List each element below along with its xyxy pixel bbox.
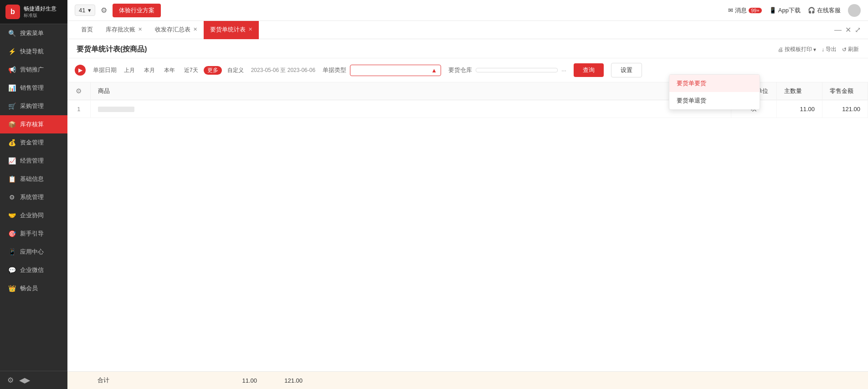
tab-batch-label: 库存批次账 <box>106 26 135 34</box>
sidebar-icon-purchase: 🛒 <box>7 102 16 110</box>
col-qty-header: 主数量 <box>777 82 822 100</box>
sidebar-item-appstore[interactable]: 📱应用中心 <box>0 243 67 261</box>
query-button[interactable]: 查询 <box>574 63 604 77</box>
type-select[interactable]: ▲ <box>350 65 441 76</box>
date-label: 单据日期 <box>93 66 117 74</box>
sidebar-item-inventory[interactable]: 📦库存核算 <box>0 115 67 133</box>
account-number: 41 <box>79 7 85 14</box>
collapse-icon[interactable]: ◀▶ <box>19 376 30 384</box>
warehouse-more-icon[interactable]: ··· <box>561 67 566 74</box>
account-selector[interactable]: 41 ▾ <box>75 5 95 16</box>
sidebar-item-search[interactable]: 🔍搜索菜单 <box>0 24 67 42</box>
tab-minimize-button[interactable]: — <box>834 26 842 34</box>
gear-button[interactable]: ⚙ <box>101 6 107 15</box>
sidebar-item-finance[interactable]: 💰资金管理 <box>0 133 67 152</box>
sidebar-label-inventory: 库存核算 <box>20 120 44 128</box>
app-download-item[interactable]: 📱 App下载 <box>769 6 801 15</box>
sidebar-label-wechat: 企业微信 <box>20 266 44 274</box>
col-goods-header: 商品 <box>90 82 731 100</box>
tab-home[interactable]: 首页 <box>75 21 99 39</box>
this-month-option[interactable]: 本月 <box>140 66 159 75</box>
sidebar-item-sales[interactable]: 📊销售管理 <box>0 79 67 97</box>
settings-button[interactable]: 设置 <box>611 63 642 77</box>
sidebar-label-operation: 经营管理 <box>20 157 44 165</box>
tab-order-stat[interactable]: 要货单统计表 ✕ <box>204 21 259 39</box>
refresh-icon: ↺ <box>842 46 847 53</box>
tabs-bar: 首页 库存批次账 ✕ 收发存汇总表 ✕ 要货单统计表 ✕ — ✕ ⤢ <box>67 21 868 39</box>
industry-button[interactable]: 体验行业方案 <box>113 4 161 17</box>
type-dropdown-menu: 要货单要货 要货单退货 <box>669 74 760 110</box>
messages-label: 消息 <box>735 6 747 15</box>
last-month-option[interactable]: 上月 <box>120 66 139 75</box>
refresh-button[interactable]: ↺ 刷新 <box>842 46 859 53</box>
7days-option[interactable]: 近7天 <box>180 66 202 75</box>
sidebar-icon-sales: 📊 <box>7 84 16 92</box>
tab-expand-button[interactable]: ⤢ <box>855 26 861 34</box>
tab-receivable-label: 收发存汇总表 <box>155 26 190 34</box>
online-service-item[interactable]: 🎧 在线客服 <box>808 6 841 15</box>
dropdown-item-order-return[interactable]: 要货单退货 <box>669 92 760 109</box>
sidebar-item-guide[interactable]: 🎯新手引导 <box>0 225 67 243</box>
date-range-display: 2023-05-06 至 2023-06-06 <box>251 67 315 74</box>
warehouse-select[interactable] <box>476 68 558 72</box>
message-icon: ✉ <box>728 7 733 14</box>
sidebar-label-finance: 资金管理 <box>20 138 44 147</box>
sidebar-label-marketing: 营销推广 <box>20 66 44 74</box>
sidebar-item-wechat[interactable]: 💬企业微信 <box>0 261 67 279</box>
sidebar-icon-inventory: 📦 <box>7 121 16 128</box>
sidebar-icon-member: 👑 <box>7 285 16 292</box>
export-button[interactable]: ↓ 导出 <box>822 46 837 53</box>
sidebar-item-purchase[interactable]: 🛒采购管理 <box>0 97 67 115</box>
sidebar-item-operation[interactable]: 📈经营管理 <box>0 152 67 170</box>
sidebar-item-system[interactable]: ⚙系统管理 <box>0 188 67 206</box>
type-select-arrow-icon: ▲ <box>431 67 437 74</box>
tab-order-stat-close[interactable]: ✕ <box>248 26 252 32</box>
row-qty: 11.00 <box>777 100 822 118</box>
column-settings-icon[interactable]: ⚙ <box>76 87 82 95</box>
messages-item[interactable]: ✉ 消息 99+ <box>728 6 762 15</box>
tab-batch[interactable]: 库存批次账 ✕ <box>99 21 149 39</box>
export-icon: ↓ <box>822 46 824 53</box>
sidebar-icon-enterprise: 🤝 <box>7 212 16 219</box>
expand-filter-button[interactable]: ▶ <box>75 65 86 76</box>
sidebar-header: b 畅捷通好生意 标准版 <box>0 0 67 24</box>
page-header: 要货单统计表(按商品) 🖨 按模板打印 ▾ ↓ 导出 ↺ 刷新 <box>67 39 868 58</box>
sidebar-item-member[interactable]: 👑畅会员 <box>0 279 67 297</box>
tab-receivable-close[interactable]: ✕ <box>193 26 197 32</box>
custom-date-option[interactable]: 自定义 <box>224 66 247 75</box>
tab-close-all-button[interactable]: ✕ <box>845 26 851 34</box>
print-button[interactable]: 🖨 按模板打印 ▾ <box>778 46 816 53</box>
sidebar: b 畅捷通好生意 标准版 🔍搜索菜单⚡快捷导航📢营销推广📊销售管理🛒采购管理📦库… <box>0 0 67 389</box>
sidebar-icon-search: 🔍 <box>7 30 16 37</box>
user-avatar[interactable] <box>848 4 861 17</box>
sidebar-item-marketing[interactable]: 📢营销推广 <box>0 61 67 79</box>
sidebar-icon-basic: 📋 <box>7 175 16 183</box>
sidebar-item-shortcut[interactable]: ⚡快捷导航 <box>0 42 67 61</box>
sidebar-label-member: 畅会员 <box>20 284 38 292</box>
sidebar-item-enterprise[interactable]: 🤝企业协同 <box>0 206 67 225</box>
sidebar-icon-operation: 📈 <box>7 157 16 164</box>
sidebar-label-guide: 新手引导 <box>20 230 44 238</box>
tab-batch-close[interactable]: ✕ <box>138 26 142 32</box>
sidebar-label-sales: 销售管理 <box>20 84 44 92</box>
tab-receivable[interactable]: 收发存汇总表 ✕ <box>149 21 204 39</box>
footer-label: 合计 <box>75 376 166 384</box>
this-year-option[interactable]: 本年 <box>160 66 179 75</box>
dropdown-item-order-goods[interactable]: 要货单要货 <box>669 75 760 92</box>
more-date-option[interactable]: 更多 <box>204 66 222 75</box>
sidebar-label-shortcut: 快捷导航 <box>20 47 44 56</box>
online-service-label: 在线客服 <box>817 6 841 15</box>
sidebar-label-enterprise: 企业协同 <box>20 211 44 220</box>
date-filter-group: 单据日期 上月 本月 本年 近7天 更多 自定义 2023-05-06 至 20… <box>93 66 315 75</box>
sidebar-item-basic[interactable]: 📋基础信息 <box>0 170 67 188</box>
tab-order-stat-label: 要货单统计表 <box>210 26 246 34</box>
type-label: 单据类型 <box>323 66 346 74</box>
page-content: 要货单统计表(按商品) 🖨 按模板打印 ▾ ↓ 导出 ↺ 刷新 ▶ <box>67 39 868 389</box>
settings-icon-bottom[interactable]: ⚙ <box>7 376 14 384</box>
warehouse-label: 要货仓库 <box>448 66 472 74</box>
sidebar-icon-system: ⚙ <box>7 194 16 201</box>
page-actions: 🖨 按模板打印 ▾ ↓ 导出 ↺ 刷新 <box>778 46 859 53</box>
col-settings: ⚙ <box>67 82 90 100</box>
footer-qty: 11.00 <box>211 377 257 384</box>
row-index: 1 <box>67 100 90 118</box>
